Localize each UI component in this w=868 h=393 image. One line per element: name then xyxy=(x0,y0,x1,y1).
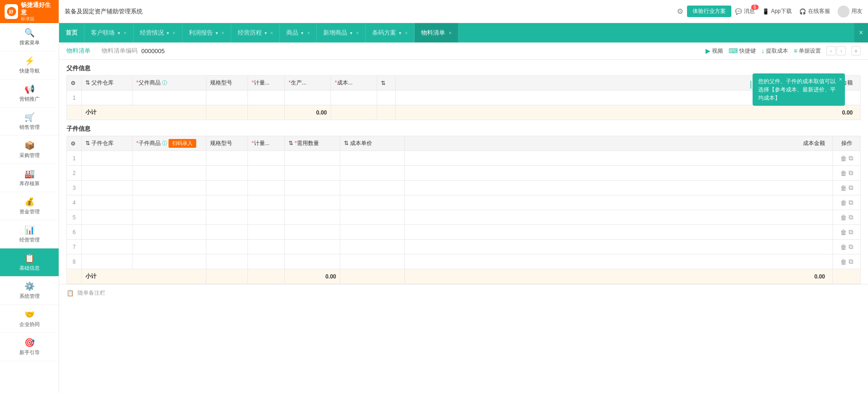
sidebar-item-purchase[interactable]: 📦 采购管理 xyxy=(0,136,59,164)
child-unit-1[interactable] xyxy=(248,151,285,166)
close-icon-6[interactable]: × xyxy=(356,30,359,36)
child-unit-cost-3[interactable] xyxy=(340,181,405,195)
col-settings-parent[interactable]: ⚙ xyxy=(67,76,82,91)
sidebar-item-basic-info[interactable]: 📋 基础信息 xyxy=(0,248,59,277)
delete-icon-1[interactable]: 🗑 xyxy=(840,155,847,162)
close-icon-8[interactable]: × xyxy=(449,30,452,36)
child-warehouse-7[interactable] xyxy=(82,240,133,254)
child-qty-1[interactable] xyxy=(285,151,340,166)
trial-button[interactable]: 体验行业方案 xyxy=(687,6,731,17)
child-spec-4[interactable] xyxy=(206,195,248,210)
tab-home[interactable]: 首页 xyxy=(59,23,84,42)
parent-cost-1[interactable] xyxy=(331,91,377,105)
child-spec-7[interactable] xyxy=(206,240,248,254)
sidebar-item-collab[interactable]: 🤝 企业协同 xyxy=(0,305,59,333)
child-warehouse-4[interactable] xyxy=(82,195,133,210)
sidebar-item-quicknav[interactable]: ⚡ 快捷导航 xyxy=(0,51,59,79)
tab-profit[interactable]: 利润报告 ▾ × xyxy=(182,23,231,42)
child-qty-7[interactable] xyxy=(285,240,340,254)
parent-production-1[interactable] xyxy=(285,91,331,105)
child-unit-5[interactable] xyxy=(248,210,285,225)
parent-spec-1[interactable] xyxy=(206,91,248,105)
sidebar-item-system[interactable]: ⚙️ 系统管理 xyxy=(0,277,59,305)
tab-barcode[interactable]: 条码方案 ▾ × xyxy=(366,23,415,42)
tab-bom[interactable]: 物料清单 × xyxy=(415,23,458,42)
child-product-6[interactable] xyxy=(133,225,206,240)
copy-icon-8[interactable]: ⧉ xyxy=(849,258,853,266)
child-spec-1[interactable] xyxy=(206,151,248,166)
child-unit-cost-6[interactable] xyxy=(340,225,405,240)
child-spec-6[interactable] xyxy=(206,225,248,240)
child-unit-8[interactable] xyxy=(248,254,285,269)
close-icon[interactable]: × xyxy=(124,30,127,36)
tab-operations[interactable]: 经营情况 ▾ × xyxy=(133,23,182,42)
view-video-button[interactable]: ▶ 视频 xyxy=(705,47,723,55)
child-unit-4[interactable] xyxy=(248,195,285,210)
prev-button[interactable]: ‹ xyxy=(826,46,836,55)
next-button[interactable]: › xyxy=(837,46,846,55)
sidebar-item-sales[interactable]: 🛒 销售管理 xyxy=(0,108,59,136)
extract-cost-button[interactable]: ↓ 提取成本 xyxy=(761,47,788,55)
child-warehouse-3[interactable] xyxy=(82,181,133,195)
close-icon-2[interactable]: × xyxy=(173,30,175,36)
child-spec-8[interactable] xyxy=(206,254,248,269)
child-spec-3[interactable] xyxy=(206,181,248,195)
child-spec-2[interactable] xyxy=(206,166,248,181)
child-warehouse-6[interactable] xyxy=(82,225,133,240)
child-product-2[interactable] xyxy=(133,166,206,181)
sidebar-item-inventory[interactable]: 🏭 库存核算 xyxy=(0,164,59,192)
col-settings-child[interactable]: ⚙ xyxy=(67,136,82,151)
delete-icon-6[interactable]: 🗑 xyxy=(840,229,847,236)
copy-icon-7[interactable]: ⧉ xyxy=(849,243,853,251)
child-warehouse-5[interactable] xyxy=(82,210,133,225)
child-qty-4[interactable] xyxy=(285,195,340,210)
copy-icon-5[interactable]: ⧉ xyxy=(849,213,853,221)
close-icon-5[interactable]: × xyxy=(307,30,310,36)
user-button[interactable]: 用友 xyxy=(838,6,862,18)
tab-products[interactable]: 商品 ▾ × xyxy=(280,23,317,42)
delete-icon-5[interactable]: 🗑 xyxy=(840,214,847,221)
child-qty-5[interactable] xyxy=(285,210,340,225)
app-download-button[interactable]: 📱 App下载 xyxy=(762,7,792,15)
scan-input-button[interactable]: 扫码录入 xyxy=(169,139,196,148)
single-settings-button[interactable]: ≡ 单据设置 xyxy=(794,47,821,55)
close-icon-7[interactable]: × xyxy=(405,30,408,36)
settings-icon[interactable]: ⚙ xyxy=(677,7,683,16)
delete-icon-7[interactable]: 🗑 xyxy=(840,243,847,251)
child-spec-5[interactable] xyxy=(206,210,248,225)
copy-icon-6[interactable]: ⧉ xyxy=(849,228,853,236)
delete-icon-3[interactable]: 🗑 xyxy=(840,184,847,192)
tab-history[interactable]: 经营历程 ▾ × xyxy=(231,23,280,42)
child-unit-3[interactable] xyxy=(248,181,285,195)
tooltip-close-button[interactable]: × xyxy=(839,75,842,84)
parent-warehouse-1[interactable] xyxy=(82,91,133,105)
child-product-8[interactable] xyxy=(133,254,206,269)
child-qty-3[interactable] xyxy=(285,181,340,195)
sidebar-item-operations[interactable]: 📊 经营管理 xyxy=(0,220,59,248)
child-warehouse-8[interactable] xyxy=(82,254,133,269)
child-qty-8[interactable] xyxy=(285,254,340,269)
close-icon-3[interactable]: × xyxy=(222,30,224,36)
child-unit-6[interactable] xyxy=(248,225,285,240)
child-product-5[interactable] xyxy=(133,210,206,225)
sidebar-item-marketing[interactable]: 📢 营销推广 xyxy=(0,79,59,108)
child-qty-2[interactable] xyxy=(285,166,340,181)
child-unit-2[interactable] xyxy=(248,166,285,181)
child-unit-cost-2[interactable] xyxy=(340,166,405,181)
sidebar-item-guide[interactable]: 🎯 新手引导 xyxy=(0,333,59,361)
child-product-1[interactable] xyxy=(133,151,206,166)
tab-customer[interactable]: 客户联络 ▾ × xyxy=(84,23,133,42)
copy-icon-4[interactable]: ⧉ xyxy=(849,199,853,206)
shortcuts-button[interactable]: ⌨ 快捷键 xyxy=(729,47,756,55)
sidebar-item-search[interactable]: 🔍 搜索菜单 xyxy=(0,23,59,51)
breadcrumb-bom[interactable]: 物料清单 xyxy=(66,47,90,55)
messages-button[interactable]: 💬 消息 6 xyxy=(735,7,755,15)
copy-icon-2[interactable]: ⧉ xyxy=(849,169,853,177)
delete-icon-2[interactable]: 🗑 xyxy=(840,169,847,177)
close-all-tabs-button[interactable]: × xyxy=(854,23,868,42)
delete-icon-4[interactable]: 🗑 xyxy=(840,199,847,206)
child-unit-cost-1[interactable] xyxy=(340,151,405,166)
child-product-3[interactable] xyxy=(133,181,206,195)
online-service-button[interactable]: 🎧 在线客服 xyxy=(799,7,830,15)
child-warehouse-1[interactable] xyxy=(82,151,133,166)
